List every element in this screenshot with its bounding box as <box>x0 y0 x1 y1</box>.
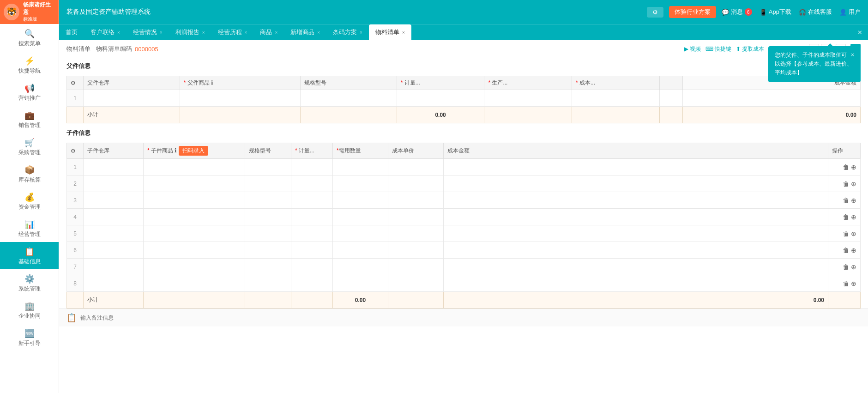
sidebar-item-search[interactable]: 🔍 搜索菜单 <box>0 24 59 51</box>
child-row-4-delete[interactable]: 🗑 <box>843 213 849 221</box>
child-row-7-spec[interactable] <box>245 259 291 275</box>
close-all-tabs[interactable]: ✕ <box>854 29 866 36</box>
child-row-1-warehouse[interactable] <box>84 159 144 175</box>
child-row-1-quantity[interactable] <box>333 159 388 175</box>
child-row-7-delete[interactable]: 🗑 <box>843 263 849 271</box>
child-row-2-warehouse[interactable] <box>84 175 144 192</box>
child-row-1-unit-cost[interactable] <box>388 159 444 175</box>
parent-row-1-cost[interactable] <box>572 90 659 107</box>
child-row-6-unit[interactable] <box>291 242 333 259</box>
child-row-5-unit-cost[interactable] <box>388 225 444 242</box>
child-row-3-copy[interactable]: ⊕ <box>851 197 856 204</box>
child-row-8-delete[interactable]: 🗑 <box>843 280 849 287</box>
tab-history-close[interactable]: × <box>245 30 247 35</box>
tab-goods-close[interactable]: × <box>275 30 277 35</box>
sidebar-item-finance[interactable]: 💰 资金管理 <box>0 187 59 215</box>
user-button[interactable]: 👤 用户 <box>839 8 861 16</box>
sidebar-item-operation[interactable]: 📊 经营管理 <box>0 215 59 242</box>
child-row-7-copy[interactable]: ⊕ <box>851 263 856 271</box>
tab-customer[interactable]: 客户联络 × <box>84 24 127 40</box>
child-row-4-quantity[interactable] <box>333 209 388 225</box>
child-row-6-delete[interactable]: 🗑 <box>843 247 849 254</box>
sidebar-item-sales[interactable]: 💼 销售管理 <box>0 106 59 133</box>
child-row-3-goods[interactable] <box>144 192 245 209</box>
child-row-3-spec[interactable] <box>245 192 291 209</box>
child-row-3-unit-cost[interactable] <box>388 192 444 209</box>
child-row-4-warehouse[interactable] <box>84 209 144 225</box>
child-row-2-goods[interactable] <box>144 175 245 192</box>
tab-new-goods-close[interactable]: × <box>317 30 320 35</box>
tab-operation-status-close[interactable]: × <box>160 30 163 35</box>
child-row-6-warehouse[interactable] <box>84 242 144 259</box>
child-row-4-unit[interactable] <box>291 209 333 225</box>
tab-bom[interactable]: 物料清单 × <box>369 24 411 40</box>
sidebar-item-guide[interactable]: 🆕 新手引导 <box>0 324 59 351</box>
settings-button[interactable]: ⚙ <box>647 7 663 18</box>
parent-row-1-production[interactable] <box>484 90 572 107</box>
child-row-2-quantity[interactable] <box>333 175 388 192</box>
remark-input[interactable] <box>80 314 861 321</box>
child-row-6-unit-cost[interactable] <box>388 242 444 259</box>
sidebar-item-purchase[interactable]: 🛒 采购管理 <box>0 133 59 160</box>
child-row-6-copy[interactable]: ⊕ <box>851 247 856 254</box>
parent-row-1-spec[interactable] <box>301 90 397 107</box>
child-row-1-delete[interactable]: 🗑 <box>843 163 849 171</box>
tab-barcode-close[interactable]: × <box>360 30 362 35</box>
sidebar-item-system[interactable]: ⚙️ 系统管理 <box>0 269 59 296</box>
child-row-8-quantity[interactable] <box>333 275 388 292</box>
online-service-button[interactable]: 🎧 在线客服 <box>799 8 832 16</box>
child-row-1-copy[interactable]: ⊕ <box>851 163 856 171</box>
child-row-8-copy[interactable]: ⊕ <box>851 280 856 287</box>
child-row-8-unit-cost[interactable] <box>388 275 444 292</box>
tab-home[interactable]: 首页 <box>59 24 84 40</box>
app-download-button[interactable]: 📱 App下载 <box>760 8 791 16</box>
tab-customer-close[interactable]: × <box>117 30 120 35</box>
child-col-settings[interactable]: ⚙ <box>67 143 84 159</box>
child-row-2-unit-cost[interactable] <box>388 175 444 192</box>
child-row-4-unit-cost[interactable] <box>388 209 444 225</box>
child-row-8-unit[interactable] <box>291 275 333 292</box>
tab-profit-close[interactable]: × <box>202 30 205 35</box>
child-row-1-unit[interactable] <box>291 159 333 175</box>
view-video-button[interactable]: ▶ 视频 <box>684 45 701 53</box>
sidebar-item-inventory[interactable]: 📦 库存核算 <box>0 160 59 187</box>
child-row-7-warehouse[interactable] <box>84 259 144 275</box>
child-row-2-spec[interactable] <box>245 175 291 192</box>
tab-new-goods[interactable]: 新增商品 × <box>284 24 326 40</box>
child-row-3-delete[interactable]: 🗑 <box>843 197 849 204</box>
parent-row-1-goods[interactable] <box>180 90 300 107</box>
parent-col-settings[interactable]: ⚙ <box>67 76 84 90</box>
child-row-6-goods[interactable] <box>144 242 245 259</box>
child-row-5-spec[interactable] <box>245 225 291 242</box>
child-row-3-quantity[interactable] <box>333 192 388 209</box>
child-row-5-unit[interactable] <box>291 225 333 242</box>
child-row-1-spec[interactable] <box>245 159 291 175</box>
child-row-7-goods[interactable] <box>144 259 245 275</box>
tab-history[interactable]: 经营历程 × <box>211 24 254 40</box>
tab-profit[interactable]: 利润报告 × <box>169 24 211 40</box>
sidebar-item-quick-nav[interactable]: ⚡ 快捷导航 <box>0 51 59 79</box>
parent-row-1-unit[interactable] <box>397 90 484 107</box>
tab-bom-close[interactable]: × <box>402 30 405 35</box>
tab-barcode[interactable]: 条码方案 × <box>326 24 369 40</box>
child-row-1-goods[interactable] <box>144 159 245 175</box>
child-row-5-copy[interactable]: ⊕ <box>851 230 856 237</box>
child-row-2-delete[interactable]: 🗑 <box>843 180 849 187</box>
child-row-8-goods[interactable] <box>144 275 245 292</box>
child-row-5-quantity[interactable] <box>333 225 388 242</box>
child-row-7-unit[interactable] <box>291 259 333 275</box>
child-row-8-spec[interactable] <box>245 275 291 292</box>
tab-goods[interactable]: 商品 × <box>253 24 284 40</box>
child-row-5-goods[interactable] <box>144 225 245 242</box>
child-row-3-unit[interactable] <box>291 192 333 209</box>
child-row-4-goods[interactable] <box>144 209 245 225</box>
child-row-8-warehouse[interactable] <box>84 275 144 292</box>
child-row-7-unit-cost[interactable] <box>388 259 444 275</box>
extract-cost-button[interactable]: ⬆ 提取成本 <box>736 45 764 53</box>
sidebar-item-enterprise[interactable]: 🏢 企业协同 <box>0 296 59 324</box>
child-row-6-quantity[interactable] <box>333 242 388 259</box>
child-row-5-delete[interactable]: 🗑 <box>843 230 849 237</box>
experience-button[interactable]: 体验行业方案 <box>669 6 716 18</box>
child-row-7-quantity[interactable] <box>333 259 388 275</box>
child-row-4-copy[interactable]: ⊕ <box>851 213 856 221</box>
